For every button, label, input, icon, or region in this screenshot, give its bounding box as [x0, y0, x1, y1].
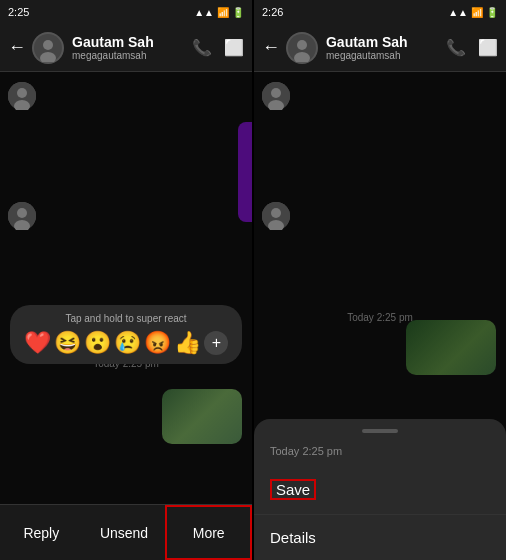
left-screen: 2:25 ▲▲ 📶 🔋 ← Gautam Sah megagautamsah 📞…: [0, 0, 252, 560]
phone-icon-right[interactable]: 📞: [446, 38, 466, 57]
emoji-heart[interactable]: ❤️: [24, 330, 51, 356]
msg-avatar-top-right: [262, 82, 290, 110]
reaction-popup: Tap and hold to super react ❤️ 😆 😮 😢 😡 👍…: [10, 305, 242, 364]
video-icon-left[interactable]: ⬜: [224, 38, 244, 57]
purple-blob: [238, 122, 252, 222]
action-bar-left: Reply Unsend More: [0, 504, 252, 560]
emoji-sad[interactable]: 😢: [114, 330, 141, 356]
message-img-content: [406, 320, 496, 375]
nav-bar-left: ← Gautam Sah megagautamsah 📞 ⬜: [0, 24, 252, 72]
back-button-right[interactable]: ←: [262, 37, 280, 58]
svg-point-10: [297, 40, 307, 50]
emoji-laugh[interactable]: 😆: [54, 330, 81, 356]
msg-avatar-mid-right: [262, 202, 290, 230]
avatar-right: [286, 32, 318, 64]
nav-icons-right: 📞 ⬜: [446, 38, 498, 57]
video-icon-right[interactable]: ⬜: [478, 38, 498, 57]
contact-info-right: Gautam Sah megagautamsah: [326, 34, 446, 61]
contact-name-left: Gautam Sah: [72, 34, 192, 50]
status-icons-left: ▲▲ 📶 🔋: [194, 7, 244, 18]
nav-icons-left: 📞 ⬜: [192, 38, 244, 57]
save-label: Save: [270, 479, 316, 500]
contact-name-right: Gautam Sah: [326, 34, 446, 50]
avatar-left: [32, 32, 64, 64]
emoji-wow[interactable]: 😮: [84, 330, 111, 356]
status-bar-right: 2:26 ▲▲ 📶 🔋: [254, 0, 506, 24]
svg-point-1: [43, 40, 53, 50]
chat-area-left: Today 2:25 pm Tap and hold to super reac…: [0, 72, 252, 504]
svg-point-16: [271, 208, 281, 218]
emoji-thumbsup[interactable]: 👍: [174, 330, 201, 356]
bottom-sheet: Today 2:25 pm Save Details: [254, 419, 506, 560]
svg-point-13: [271, 88, 281, 98]
emoji-more-button[interactable]: +: [204, 331, 228, 355]
unsend-button[interactable]: Unsend: [83, 505, 166, 560]
status-bar-left: 2:25 ▲▲ 📶 🔋: [0, 0, 252, 24]
msg-avatar-top-left: [8, 82, 36, 110]
reaction-hint: Tap and hold to super react: [22, 313, 230, 324]
message-img-right: [406, 320, 496, 375]
message-preview-left: [162, 389, 242, 444]
contact-handle-right: megagautamsah: [326, 50, 446, 61]
time-right: 2:26: [262, 6, 283, 18]
msg-avatar-mid-left: [8, 202, 36, 230]
reply-button[interactable]: Reply: [0, 505, 83, 560]
right-screen: 2:26 ▲▲ 📶 🔋 ← Gautam Sah megagautamsah 📞…: [254, 0, 506, 560]
svg-point-4: [17, 88, 27, 98]
emoji-plus-icon: +: [212, 334, 221, 352]
chat-area-right: Today 2:25 pm Today 2:25 pm Save Details: [254, 72, 506, 560]
sheet-item-details[interactable]: Details: [254, 515, 506, 560]
phone-icon-left[interactable]: 📞: [192, 38, 212, 57]
timestamp-right: Today 2:25 pm: [347, 312, 413, 323]
preview-img: [162, 389, 242, 444]
sheet-timestamp: Today 2:25 pm: [254, 441, 506, 465]
time-left: 2:25: [8, 6, 29, 18]
emoji-row: ❤️ 😆 😮 😢 😡 👍 +: [22, 330, 230, 356]
sheet-handle: [362, 429, 398, 433]
nav-bar-right: ← Gautam Sah megagautamsah 📞 ⬜: [254, 24, 506, 72]
more-button[interactable]: More: [165, 505, 252, 560]
back-button-left[interactable]: ←: [8, 37, 26, 58]
status-icons-right: ▲▲ 📶 🔋: [448, 7, 498, 18]
details-label: Details: [270, 529, 316, 546]
contact-info-left: Gautam Sah megagautamsah: [72, 34, 192, 61]
sheet-item-save[interactable]: Save: [254, 465, 506, 515]
svg-point-7: [17, 208, 27, 218]
contact-handle-left: megagautamsah: [72, 50, 192, 61]
emoji-angry[interactable]: 😡: [144, 330, 171, 356]
